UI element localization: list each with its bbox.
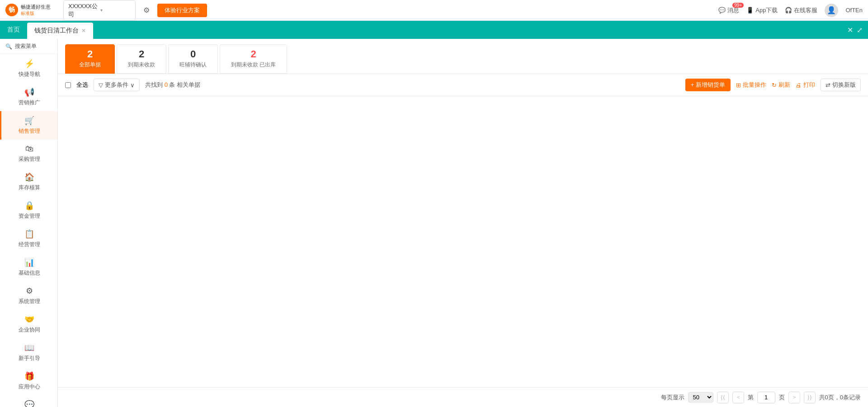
marketing-icon: 📢 bbox=[24, 87, 34, 97]
sidebar-item-marketing[interactable]: 📢 营销推广 bbox=[0, 83, 57, 111]
collab-icon: 🤝 bbox=[24, 314, 34, 324]
sidebar-search[interactable]: 🔍 搜索菜单 bbox=[0, 39, 57, 54]
refresh-button[interactable]: ↻ 刷新 bbox=[772, 81, 790, 89]
stat-label-shipped: 到期未收款 已出库 bbox=[231, 61, 276, 69]
found-num: 0 bbox=[165, 81, 168, 88]
sidebar-item-label: 采购管理 bbox=[19, 155, 40, 163]
sidebar-item-quicknav[interactable]: ⚡ 快捷导航 bbox=[0, 54, 57, 83]
first-page-button[interactable]: ⟨⟨ bbox=[717, 392, 729, 403]
sidebar-item-label: 资金管理 bbox=[19, 212, 40, 220]
appcenter-icon: 🎁 bbox=[24, 371, 34, 381]
stat-tab-all[interactable]: 2 全部单据 bbox=[65, 44, 115, 74]
sidebar-item-label: 库存核算 bbox=[19, 184, 40, 192]
print-button[interactable]: 🖨 打印 bbox=[796, 81, 815, 89]
sidebar-item-basicinfo[interactable]: 📊 基础信息 bbox=[0, 253, 57, 281]
sidebar-item-purchase[interactable]: 🛍 采购管理 bbox=[0, 140, 57, 168]
logo-text: 畅捷通好生意 bbox=[21, 4, 51, 10]
switch-icon: ⇄ bbox=[826, 82, 830, 89]
stat-label-wangfu: 旺辅待确认 bbox=[179, 61, 207, 69]
user-name: OfTEn bbox=[845, 7, 863, 14]
sidebar-item-operations[interactable]: 📋 经营管理 bbox=[0, 225, 57, 253]
per-page-select[interactable]: 50 100 200 bbox=[688, 392, 713, 402]
download-icon: 📱 bbox=[746, 7, 754, 14]
message-icon: 💬 bbox=[718, 7, 726, 14]
stat-tab-overdue[interactable]: 2 到期未收款 bbox=[117, 44, 166, 74]
stat-num-shipped: 2 bbox=[251, 48, 256, 60]
total-records-label: 共0页，0条记录 bbox=[819, 393, 861, 402]
filter-icon: ▽ bbox=[99, 82, 103, 89]
empty-content-area bbox=[58, 96, 868, 387]
switch-version-button[interactable]: ⇄ 切换新版 bbox=[821, 79, 861, 91]
sidebar-item-label: 系统管理 bbox=[19, 298, 40, 305]
avatar: 👤 bbox=[825, 4, 838, 17]
sidebar-item-system[interactable]: ⚙ 系统管理 bbox=[0, 281, 57, 310]
sidebar-item-label: 快捷导航 bbox=[19, 70, 40, 78]
messages-button[interactable]: 💬 消息 99+ bbox=[718, 6, 739, 14]
prev-page-button[interactable]: ＜ bbox=[732, 392, 744, 403]
page-suffix: 页 bbox=[779, 393, 785, 402]
content-area: 2 全部单据 2 到期未收款 0 旺辅待确认 2 到期未收款 已出库 全选 ▽ … bbox=[58, 39, 868, 407]
refresh-icon: ↻ bbox=[772, 82, 777, 89]
basicinfo-icon: 📊 bbox=[24, 257, 34, 267]
company-selector[interactable]: XXXXXX公司 ▾ bbox=[63, 0, 136, 21]
sidebar-item-label: 企业协同 bbox=[19, 326, 40, 334]
tab-bar: 首页 钱货日清工作台 ✕ ✕ ⤢ bbox=[0, 21, 868, 39]
toolbar-right: + 新增销货单 ⊞ 批量操作 ↻ 刷新 🖨 打印 ⇄ 切换新版 bbox=[685, 79, 861, 91]
per-page-label: 每页显示 bbox=[661, 393, 684, 402]
stat-tab-wangfu[interactable]: 0 旺辅待确认 bbox=[168, 44, 218, 74]
stat-tab-shipped[interactable]: 2 到期未收款 已出库 bbox=[220, 44, 287, 74]
next-page-button[interactable]: ＞ bbox=[788, 392, 800, 403]
close-icon[interactable]: ✕ bbox=[81, 28, 86, 34]
page-label: 第 bbox=[748, 393, 754, 402]
logo-sub: 标准版 bbox=[21, 10, 51, 17]
company-name: XXXXXX公司 bbox=[68, 2, 99, 19]
sidebar-item-collab[interactable]: 🤝 企业协同 bbox=[0, 310, 57, 338]
found-text: 共找到 0 条 相关单据 bbox=[145, 81, 200, 89]
add-sale-button[interactable]: + 新增销货单 bbox=[685, 79, 731, 91]
wechat-icon: 💬 bbox=[24, 400, 34, 407]
sidebar-item-sales[interactable]: 🛒 销售管理 bbox=[0, 111, 57, 140]
settings-icon[interactable]: ⚙ bbox=[139, 3, 154, 18]
stat-num-wangfu: 0 bbox=[190, 48, 196, 60]
trial-button[interactable]: 体验行业方案 bbox=[157, 4, 207, 17]
tab-home[interactable]: 首页 bbox=[0, 21, 27, 39]
batch-icon: ⊞ bbox=[736, 82, 741, 89]
page-input[interactable] bbox=[757, 392, 775, 403]
online-service-button[interactable]: 🎧 在线客服 bbox=[785, 6, 817, 14]
quicknav-icon: ⚡ bbox=[24, 59, 34, 69]
filter-button[interactable]: ▽ 更多条件 ∨ bbox=[94, 79, 140, 91]
sidebar-item-label: 应用中心 bbox=[19, 383, 40, 391]
inventory-icon: 🏠 bbox=[24, 172, 34, 182]
tab-workbench[interactable]: 钱货日清工作台 ✕ bbox=[27, 23, 93, 39]
app-download-button[interactable]: 📱 App下载 bbox=[746, 6, 778, 14]
online-service-label: 在线客服 bbox=[794, 6, 817, 14]
app-download-label: App下载 bbox=[755, 6, 778, 14]
minimize-icon[interactable]: ✕ bbox=[847, 26, 853, 34]
finance-icon: 🔒 bbox=[24, 201, 34, 211]
purchase-icon: 🛍 bbox=[25, 144, 33, 154]
sidebar-item-inventory[interactable]: 🏠 库存核算 bbox=[0, 168, 57, 196]
operations-icon: 📋 bbox=[24, 229, 34, 239]
sidebar-item-label: 营销推广 bbox=[19, 99, 40, 107]
select-all-checkbox[interactable] bbox=[65, 82, 71, 88]
sidebar-item-label: 新手引导 bbox=[19, 355, 40, 362]
stat-label-overdue: 到期未收款 bbox=[128, 61, 155, 69]
sidebar-item-label: 基础信息 bbox=[19, 269, 40, 277]
sidebar-item-finance[interactable]: 🔒 资金管理 bbox=[0, 196, 57, 225]
batch-button[interactable]: ⊞ 批量操作 bbox=[736, 81, 766, 89]
guide-icon: 📖 bbox=[24, 343, 34, 353]
sidebar-item-guide[interactable]: 📖 新手引导 bbox=[0, 338, 57, 367]
stat-num-all: 2 bbox=[87, 48, 93, 60]
maximize-icon[interactable]: ⤢ bbox=[857, 26, 863, 34]
sidebar-item-wechat[interactable]: 💬 企业微信 bbox=[0, 395, 57, 407]
sales-icon: 🛒 bbox=[24, 116, 34, 126]
sidebar-item-label: 销售管理 bbox=[19, 127, 40, 135]
tab-bar-actions: ✕ ⤢ bbox=[847, 26, 868, 34]
chevron-down-icon: ∨ bbox=[130, 82, 135, 89]
filter-label: 更多条件 bbox=[105, 81, 128, 89]
sidebar-item-appcenter[interactable]: 🎁 应用中心 bbox=[0, 367, 57, 395]
last-page-button[interactable]: ⟩⟩ bbox=[804, 392, 816, 403]
sidebar: 🔍 搜索菜单 ⚡ 快捷导航 📢 营销推广 🛒 销售管理 🛍 采购管理 🏠 库存核… bbox=[0, 39, 58, 407]
select-all-label: 全选 bbox=[76, 81, 88, 89]
toolbar: 全选 ▽ 更多条件 ∨ 共找到 0 条 相关单据 + 新增销货单 ⊞ 批量操作 … bbox=[58, 74, 868, 96]
